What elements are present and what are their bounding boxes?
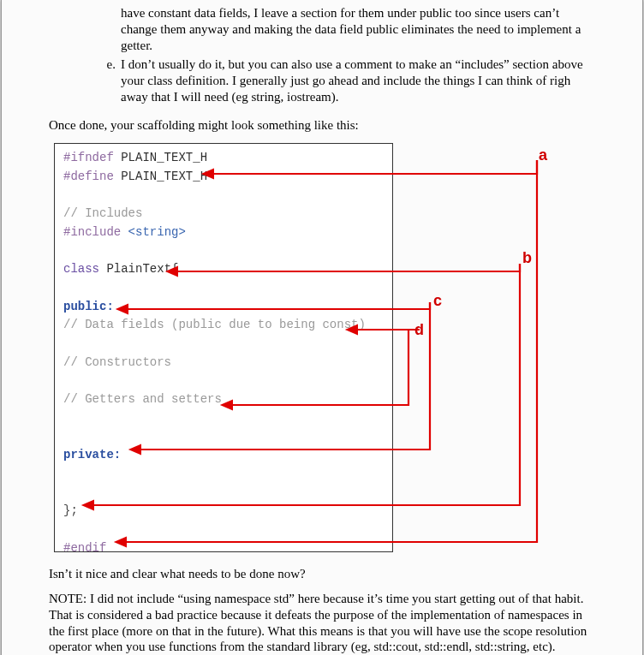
list-item-e-text: I don’t usually do it, but you can also … <box>121 57 583 104</box>
annotation-label-a: a <box>539 146 547 164</box>
annotation-label-d: d <box>414 321 424 339</box>
code-line-getters: // Getters and setters <box>63 390 384 409</box>
code-line-ifndef: #ifndef PLAIN_TEXT_H <box>63 149 384 168</box>
code-line-endif: #endif <box>63 539 384 558</box>
code-block: #ifndef PLAIN_TEXT_H #define PLAIN_TEXT_… <box>54 143 393 552</box>
instruction-list: have constant data fields, I leave a sec… <box>49 5 595 105</box>
list-marker-e: e. <box>98 57 116 73</box>
code-line-includes-comment: // Includes <box>63 205 384 223</box>
code-line-private: private: <box>63 446 384 465</box>
code-line-datafields: // Data fields (public due to being cons… <box>63 316 384 335</box>
code-diagram: #ifndef PLAIN_TEXT_H #define PLAIN_TEXT_… <box>49 141 597 557</box>
code-line-public: public: <box>63 298 384 317</box>
list-item: have constant data fields, I leave a sec… <box>98 5 595 53</box>
list-item: e. I don’t usually do it, but you can al… <box>98 57 595 104</box>
code-line-constructors: // Constructors <box>63 354 384 372</box>
list-item-d-continued: have constant data fields, I leave a sec… <box>121 6 581 52</box>
code-line-closebrace: }; <box>63 502 384 521</box>
after-paragraph: Isn’t it nice and clear what needs to be… <box>49 566 595 582</box>
document-page: have constant data fields, I leave a sec… <box>1 0 643 655</box>
annotation-label-b: b <box>522 249 532 267</box>
code-line-class: class PlainText{ <box>63 260 384 279</box>
annotation-label-c: c <box>433 292 442 310</box>
note-paragraph: NOTE: I did not include “using namespace… <box>49 591 595 655</box>
intro-paragraph: Once done, your scaffolding might look s… <box>49 117 595 134</box>
code-line-include: #include <string> <box>63 223 384 242</box>
code-line-define: #define PLAIN_TEXT_H <box>63 168 384 187</box>
